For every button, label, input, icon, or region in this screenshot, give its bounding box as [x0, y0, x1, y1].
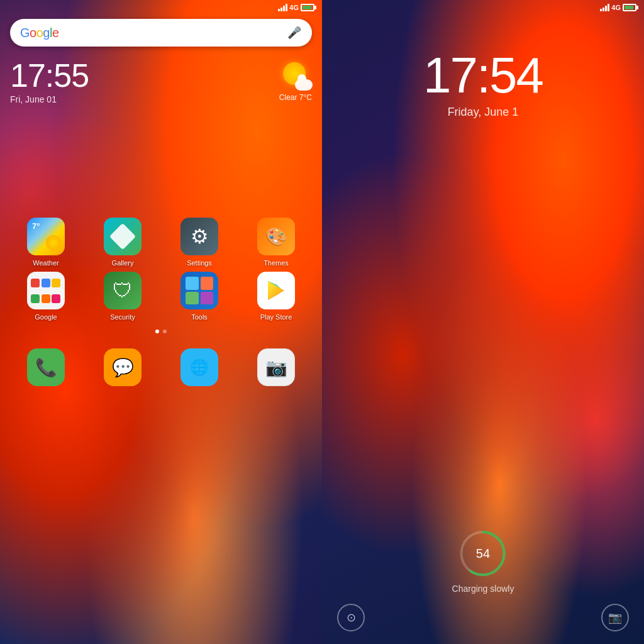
charging-percent: 54: [476, 547, 490, 561]
bar4: [286, 4, 287, 11]
page-dot-2: [163, 330, 167, 333]
mic-icon[interactable]: 🎤: [287, 25, 302, 40]
clock-time: 17:55: [10, 59, 89, 92]
app-item-gallery[interactable]: Gallery: [87, 218, 158, 267]
charging-section: 54 Charging slowly: [452, 528, 514, 594]
weather-app-icon: 7°: [27, 218, 65, 255]
weather-sun-icon: [280, 59, 311, 91]
lock-screen-bottom: ⊙ 📷: [322, 604, 644, 631]
lock-bottom-right-icon[interactable]: 📷: [601, 604, 629, 631]
g-letter-6: e: [52, 26, 59, 40]
gallery-app-icon: [104, 218, 142, 255]
themes-icon: 🎨: [265, 226, 287, 247]
cloud-overlay: [295, 79, 313, 91]
dock-messages-icon[interactable]: 💬: [104, 348, 142, 386]
battery-icon-right: [623, 4, 636, 11]
right-phone-panel: 4G 17:54 Friday, June 1 54 Charging slow…: [322, 0, 644, 644]
status-bar-left: 4G: [0, 0, 322, 13]
clock-weather-section: 17:55 Fri, June 01 Clear 7°C: [0, 47, 322, 104]
flashlight-icon: ⊙: [347, 611, 356, 625]
page-dot-1: [155, 330, 159, 333]
app-item-security[interactable]: 🛡 Security: [87, 272, 158, 321]
tool-square-3: [186, 292, 199, 305]
rbar1: [600, 9, 602, 11]
settings-app-icon: ⚙: [180, 218, 218, 255]
app-item-weather[interactable]: 7° Weather: [10, 218, 82, 267]
battery-icon-left: [301, 4, 314, 11]
weather-widget: Clear 7°C: [279, 59, 312, 102]
rbar2: [602, 8, 604, 11]
lock-date: Friday, June 1: [322, 106, 644, 119]
left-phone-panel: 4G Google 🎤 17:55 Fri, June 01 Clear 7°C: [0, 0, 322, 644]
page-dots: [0, 330, 322, 333]
tools-app-icon: [180, 272, 218, 309]
google-search-bar[interactable]: Google 🎤: [10, 19, 312, 47]
folder-app-5: [42, 294, 50, 303]
app-item-tools[interactable]: Tools: [164, 272, 235, 321]
weather-condition: Clear: [279, 93, 297, 102]
play-store-triangle-icon: [265, 279, 287, 302]
charging-ring: 54: [458, 528, 508, 579]
g-letter-4: g: [43, 26, 50, 40]
security-app-label: Security: [110, 313, 135, 321]
clock-widget: 17:55 Fri, June 01: [10, 59, 89, 104]
app-grid: 7° Weather Gallery ⚙ Settings 🎨 Themes: [0, 218, 322, 321]
lock-time: 17:54: [322, 50, 644, 101]
folder-app-4: [31, 294, 40, 303]
signal-icon-right: [600, 4, 609, 11]
camera-lock-icon: 📷: [608, 611, 622, 625]
bar1: [278, 9, 280, 11]
dock-phone-icon[interactable]: 📞: [27, 348, 65, 386]
tool-square-4: [201, 292, 214, 305]
tool-square-2: [201, 277, 214, 290]
bar3: [283, 6, 285, 11]
g-letter-1: G: [20, 26, 30, 40]
gear-icon: ⚙: [191, 225, 209, 248]
themes-app-icon: 🎨: [257, 218, 295, 255]
status-icons-left: 4G: [278, 4, 314, 11]
playstore-app-icon: [257, 272, 295, 309]
app-item-google[interactable]: Google: [10, 272, 82, 321]
signal-icon: [278, 4, 287, 11]
rbar3: [605, 6, 607, 11]
folder-app-2: [42, 279, 50, 287]
tools-app-label: Tools: [191, 313, 208, 321]
weather-app-temp: 7°: [32, 221, 40, 231]
settings-app-label: Settings: [187, 259, 212, 267]
app-item-settings[interactable]: ⚙ Settings: [164, 218, 235, 267]
status-icons-right: 4G: [600, 4, 636, 11]
google-logo: Google: [20, 26, 59, 40]
rbar4: [608, 4, 609, 11]
dock: 📞 💬 🌐 📷: [0, 341, 322, 394]
dock-camera-icon[interactable]: 📷: [257, 348, 295, 386]
themes-app-label: Themes: [264, 259, 289, 267]
google-folder-icon: [27, 272, 65, 309]
lock-bottom-left-icon[interactable]: ⊙: [337, 604, 365, 631]
charging-label: Charging slowly: [452, 584, 514, 594]
app-item-themes[interactable]: 🎨 Themes: [240, 218, 312, 267]
app-item-playstore[interactable]: Play Store: [240, 272, 312, 321]
weather-info: Clear 7°C: [279, 93, 312, 102]
shield-icon: 🛡: [113, 279, 133, 303]
gallery-diamond: [109, 223, 136, 250]
tool-square-1: [186, 277, 199, 290]
clock-date: Fri, June 01: [10, 94, 89, 104]
security-app-icon: 🛡: [104, 272, 142, 309]
folder-app-1: [31, 279, 40, 287]
folder-app-3: [52, 279, 60, 287]
network-type-left: 4G: [289, 4, 299, 11]
playstore-app-label: Play Store: [260, 313, 292, 321]
g-letter-2: o: [30, 26, 36, 40]
lock-clock-section: 17:54 Friday, June 1: [322, 13, 644, 119]
status-bar-right: 4G: [322, 0, 644, 13]
battery-fill-left: [303, 6, 311, 9]
weather-app-label: Weather: [33, 259, 58, 267]
g-letter-3: o: [36, 26, 43, 40]
google-app-label: Google: [35, 313, 57, 321]
network-type-right: 4G: [611, 4, 621, 11]
bar2: [280, 8, 282, 11]
dock-browser-icon[interactable]: 🌐: [180, 348, 218, 386]
folder-app-6: [52, 294, 60, 303]
weather-app-sun: [46, 235, 61, 250]
gallery-app-label: Gallery: [112, 259, 134, 267]
